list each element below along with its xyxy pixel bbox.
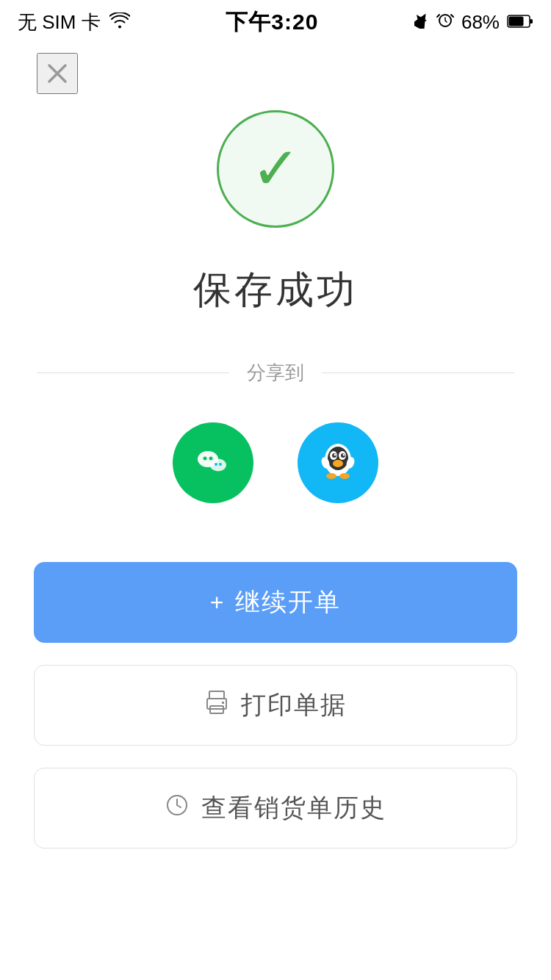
print-label: 打印单据 [241, 688, 347, 722]
history-icon [165, 793, 190, 824]
qq-share-button[interactable] [298, 422, 378, 503]
svg-point-25 [339, 473, 350, 479]
svg-point-16 [334, 454, 336, 456]
status-time: 下午3:20 [226, 7, 318, 37]
alarm-icon [436, 11, 454, 34]
status-bar: 无 SIM 卡 下午3:20 68% [0, 0, 551, 44]
history-button[interactable]: 查看销货单历史 [34, 768, 517, 849]
svg-point-8 [204, 457, 207, 461]
svg-point-9 [209, 457, 213, 461]
battery-percentage: 68% [461, 11, 500, 34]
success-title: 保存成功 [193, 264, 358, 316]
share-label: 分享到 [229, 360, 322, 386]
wechat-share-button[interactable] [173, 422, 253, 503]
svg-point-10 [215, 463, 217, 466]
main-content: ✓ 保存成功 分享到 [0, 44, 551, 849]
status-right: 68% [414, 11, 533, 34]
continue-label: 继续开单 [235, 586, 341, 619]
plus-icon: + [210, 589, 224, 616]
battery-icon [507, 11, 533, 34]
no-sim-text: 无 SIM 卡 [18, 10, 101, 35]
checkmark-icon: ✓ [251, 140, 300, 198]
wifi-icon [109, 11, 130, 34]
close-button[interactable] [37, 53, 78, 94]
divider-right [322, 372, 514, 373]
svg-point-11 [219, 463, 222, 466]
svg-point-7 [210, 459, 226, 472]
svg-point-19 [343, 454, 345, 456]
continue-button[interactable]: + 继续开单 [34, 562, 517, 643]
svg-point-24 [326, 473, 336, 479]
success-circle: ✓ [217, 110, 334, 228]
action-buttons: + 继续开单 打印单据 查看销货单历史 [0, 562, 551, 849]
svg-point-21 [334, 461, 342, 465]
divider-left [37, 372, 229, 373]
status-left: 无 SIM 卡 [18, 10, 130, 35]
svg-rect-3 [508, 16, 523, 26]
history-label: 查看销货单历史 [201, 791, 386, 825]
svg-rect-2 [530, 19, 533, 24]
share-divider: 分享到 [0, 360, 551, 386]
svg-rect-29 [222, 702, 224, 704]
printer-icon [204, 690, 229, 721]
print-button[interactable]: 打印单据 [34, 665, 517, 746]
svg-rect-26 [209, 691, 224, 699]
location-icon [414, 11, 429, 34]
share-icons-container [173, 422, 378, 503]
